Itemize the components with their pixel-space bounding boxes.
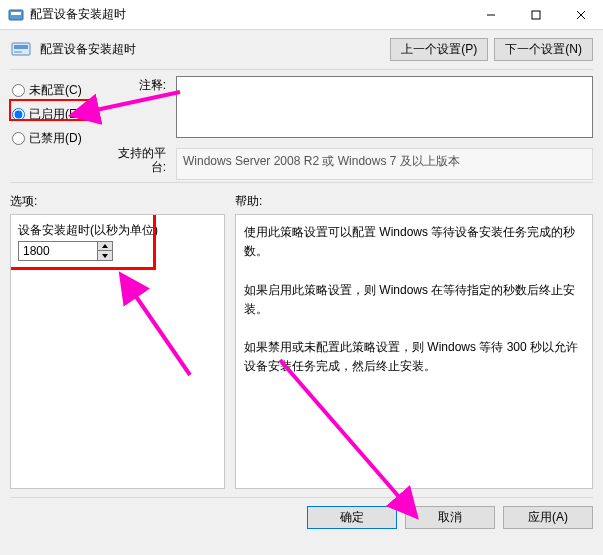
help-title: 帮助: [235,193,593,210]
maximize-button[interactable] [513,0,558,30]
spinner-buttons [98,241,113,261]
previous-setting-button[interactable]: 上一个设置(P) [390,38,488,61]
radio-not-configured[interactable]: 未配置(C) [10,78,96,102]
svg-rect-7 [14,45,28,49]
app-icon [8,7,24,23]
field-values: Windows Server 2008 R2 或 Windows 7 及以上版本 [176,74,593,180]
timeout-input[interactable] [18,241,98,261]
config-row: 未配置(C) 已启用(E) 已禁用(D) 注释: 支持的平台: Windows … [0,74,603,180]
help-panel: 使用此策略设置可以配置 Windows 等待设备安装任务完成的秒数。 如果启用此… [235,214,593,489]
radio-disabled[interactable]: 已禁用(D) [10,126,96,150]
dialog-buttons: 确定 取消 应用(A) [0,498,603,537]
svg-marker-9 [102,244,108,248]
window-controls [468,0,603,29]
options-panel: 设备安装超时(以秒为单位) [10,214,225,489]
radio-disabled-input[interactable] [12,132,25,145]
separator [10,69,593,70]
policy-icon [10,39,32,61]
next-setting-button[interactable]: 下一个设置(N) [494,38,593,61]
svg-rect-3 [532,11,540,19]
header-row: 配置设备安装超时 上一个设置(P) 下一个设置(N) [0,30,603,67]
page-title: 配置设备安装超时 [40,41,390,58]
radio-enabled[interactable]: 已启用(E) [10,102,96,126]
radio-not-configured-input[interactable] [12,84,25,97]
svg-marker-10 [102,254,108,258]
timeout-spinner [18,241,113,261]
comment-label: 注释: [106,78,166,146]
cancel-button[interactable]: 取消 [405,506,495,529]
apply-button[interactable]: 应用(A) [503,506,593,529]
radio-enabled-input[interactable] [12,108,25,121]
radio-disabled-label: 已禁用(D) [29,130,82,147]
radio-not-configured-label: 未配置(C) [29,82,82,99]
minimize-button[interactable] [468,0,513,30]
ok-button[interactable]: 确定 [307,506,397,529]
radio-enabled-label: 已启用(E) [29,106,81,123]
comment-textarea[interactable] [176,76,593,138]
client-area: 配置设备安装超时 上一个设置(P) 下一个设置(N) 未配置(C) 已启用(E)… [0,30,603,555]
help-text-3: 如果禁用或未配置此策略设置，则 Windows 等待 300 秒以允许设备安装任… [244,338,584,376]
separator-2 [10,182,593,183]
state-radio-group: 未配置(C) 已启用(E) 已禁用(D) [10,74,96,180]
lower-row: 选项: 设备安装超时(以秒为单位) 帮 [0,193,603,489]
supported-label: 支持的平台: [106,146,166,174]
help-column: 帮助: 使用此策略设置可以配置 Windows 等待设备安装任务完成的秒数。 如… [235,193,593,489]
svg-rect-8 [14,51,22,53]
options-column: 选项: 设备安装超时(以秒为单位) [10,193,225,489]
help-text-2: 如果启用此策略设置，则 Windows 在等待指定的秒数后终止安装。 [244,281,584,319]
field-labels: 注释: 支持的平台: [106,74,166,180]
svg-rect-1 [11,12,21,15]
title-bar: 配置设备安装超时 [0,0,603,30]
timeout-label: 设备安装超时(以秒为单位) [18,221,158,240]
spinner-down-button[interactable] [98,251,112,260]
options-title: 选项: [10,193,225,210]
close-button[interactable] [558,0,603,30]
spinner-up-button[interactable] [98,242,112,251]
supported-platforms: Windows Server 2008 R2 或 Windows 7 及以上版本 [176,148,593,180]
help-text-1: 使用此策略设置可以配置 Windows 等待设备安装任务完成的秒数。 [244,223,584,261]
window-title: 配置设备安装超时 [30,6,468,23]
